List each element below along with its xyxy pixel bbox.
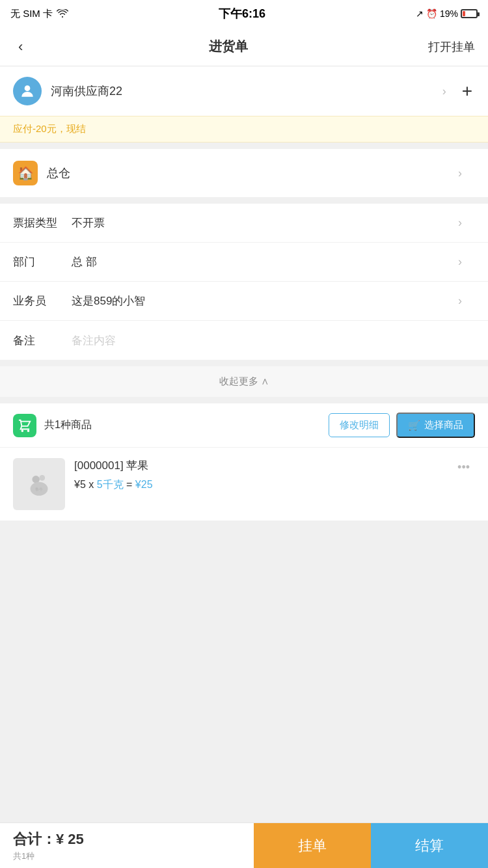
price-equals: =	[126, 479, 135, 490]
product-thumbnail: 鲁牛	[13, 458, 65, 510]
supplier-avatar	[13, 77, 42, 105]
remark-input[interactable]: 备注内容	[72, 333, 475, 348]
product-item: 鲁牛 [0000001] 苹果 ¥5 x 5千克 = ¥25 •••	[0, 448, 488, 521]
wifi-icon	[57, 9, 68, 18]
total-label: 合计：	[13, 831, 56, 847]
status-right: ↗ ⏰ 19%	[416, 8, 478, 19]
cart-icon	[18, 418, 32, 433]
svg-point-2	[39, 475, 45, 481]
carrier-text: 无 SIM 卡	[10, 8, 53, 20]
quantity-value: 5千克	[97, 479, 124, 490]
total-value: ¥25	[135, 479, 153, 490]
product-info: [0000001] 苹果 ¥5 x 5千克 = ¥25	[74, 458, 443, 492]
footer-total: 合计：¥ 25 共1种	[0, 823, 254, 868]
remark-label: 备注	[13, 333, 72, 348]
supplier-chevron-icon: ›	[442, 85, 446, 98]
invoice-row[interactable]: 票据类型 不开票 ›	[0, 204, 488, 243]
edit-detail-button[interactable]: 修改明细	[329, 413, 390, 437]
salesperson-chevron-icon: ›	[458, 294, 462, 308]
battery-percent: 19%	[440, 8, 458, 19]
products-header: 共1种商品 修改明细 🛒 选择商品	[0, 403, 488, 447]
salesperson-label: 业务员	[13, 293, 72, 308]
nav-bar: ‹ 进货单 打开挂单	[0, 27, 488, 66]
price-value: ¥5	[74, 479, 86, 490]
product-thumb-icon: 鲁牛	[23, 468, 55, 500]
product-menu-button[interactable]: •••	[452, 458, 475, 477]
products-count: 共1种商品	[44, 418, 329, 432]
battery-icon	[461, 9, 478, 18]
open-hang-button[interactable]: 打开挂单	[428, 39, 475, 55]
products-icon	[13, 414, 36, 437]
svg-text:鲁牛: 鲁牛	[35, 487, 43, 491]
invoice-value: 不开票	[72, 215, 458, 230]
invoice-chevron-icon: ›	[458, 216, 462, 230]
footer-total-main: 合计：¥ 25	[13, 830, 241, 849]
department-chevron-icon: ›	[458, 255, 462, 269]
user-icon	[19, 83, 36, 100]
product-title-name: 苹果	[126, 459, 148, 472]
warehouse-emoji: 🏠	[18, 165, 34, 181]
department-row[interactable]: 部门 总 部 ›	[0, 243, 488, 282]
product-code: [0000001]	[74, 459, 124, 472]
supplier-warning: 应付-20元，现结	[0, 116, 488, 142]
supplier-card: 河南供应商22 › + 应付-20元，现结	[0, 66, 488, 142]
product-name: [0000001] 苹果	[74, 458, 443, 473]
content: 河南供应商22 › + 应付-20元，现结 🏠 总仓 › 票据类型 不开票 › …	[0, 66, 488, 573]
product-price: ¥5 x 5千克 = ¥25	[74, 478, 443, 492]
warehouse-name: 总仓	[47, 165, 458, 181]
warehouse-card: 🏠 总仓 ›	[0, 149, 488, 197]
warehouse-row[interactable]: 🏠 总仓 ›	[0, 149, 488, 197]
remark-row[interactable]: 备注 备注内容	[0, 321, 488, 360]
department-value: 总 部	[72, 254, 458, 269]
select-product-button[interactable]: 🛒 选择商品	[396, 413, 475, 438]
status-bar: 无 SIM 卡 下午6:16 ↗ ⏰ 19%	[0, 0, 488, 27]
location-icon: ↗	[416, 8, 424, 19]
salesperson-row[interactable]: 业务员 这是859的小智 ›	[0, 282, 488, 321]
hang-button[interactable]: 挂单	[254, 823, 371, 868]
price-multiply: x	[88, 479, 96, 490]
footer: 合计：¥ 25 共1种 挂单 结算	[0, 822, 488, 868]
status-left: 无 SIM 卡	[10, 8, 68, 20]
page-title: 进货单	[209, 38, 248, 55]
alarm-icon: ⏰	[426, 8, 437, 19]
supplier-row[interactable]: 河南供应商22 › +	[0, 66, 488, 116]
department-label: 部门	[13, 254, 72, 269]
total-amount: ¥ 25	[56, 831, 84, 847]
add-button[interactable]: +	[459, 81, 475, 102]
settle-button[interactable]: 结算	[371, 823, 488, 868]
footer-total-sub: 共1种	[13, 850, 241, 862]
form-card: 票据类型 不开票 › 部门 总 部 › 业务员 这是859的小智 › 备注 备注…	[0, 204, 488, 360]
salesperson-value: 这是859的小智	[72, 293, 458, 308]
supplier-name: 河南供应商22	[51, 83, 442, 99]
status-time: 下午6:16	[219, 6, 265, 21]
invoice-label: 票据类型	[13, 215, 72, 230]
collapse-button[interactable]: 收起更多 ∧	[0, 366, 488, 397]
select-product-icon: 🛒	[408, 420, 420, 431]
select-product-label: 选择商品	[424, 419, 463, 431]
svg-point-0	[25, 85, 31, 91]
back-button[interactable]: ‹	[13, 33, 28, 61]
warehouse-chevron-icon: ›	[458, 167, 462, 180]
warehouse-icon: 🏠	[13, 161, 38, 185]
